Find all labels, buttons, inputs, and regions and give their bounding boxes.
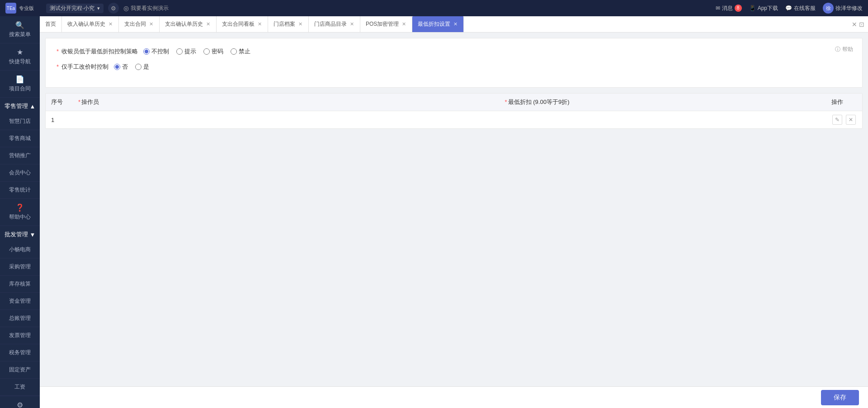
online-service-button[interactable]: 💬 在线客服 <box>785 5 816 12</box>
tab-close-icon[interactable]: ✕ <box>149 21 154 27</box>
message-badge: 8 <box>735 5 742 12</box>
sidebar-item-label: 资金管理 <box>9 297 31 305</box>
tab-close-icon[interactable]: ✕ <box>298 21 303 27</box>
policy-radio-no-control[interactable] <box>143 48 150 55</box>
project-selector[interactable]: 测试分开完程·小究 <box>46 4 104 13</box>
sidebar-item-member-center[interactable]: 会员中心 <box>0 164 40 182</box>
table-row: 1 ✎ ✕ <box>46 111 862 129</box>
tab-bar-actions: ✕ ⊡ <box>848 21 868 28</box>
manual-option-no[interactable]: 否 <box>114 63 128 71</box>
policy-radio-password[interactable] <box>203 48 210 55</box>
demo-icon: ◎ <box>123 5 129 12</box>
app-download-label: App下载 <box>758 5 778 12</box>
tab-label: 门店档案 <box>274 20 295 28</box>
help-center-icon: ❓ <box>15 203 24 212</box>
app-download-button[interactable]: 📱 App下载 <box>749 5 778 12</box>
sidebar-item-ledger-mgmt[interactable]: 总账管理 <box>0 310 40 327</box>
message-icon: ✉ <box>716 5 720 11</box>
tab-close-icon[interactable]: ✕ <box>108 21 113 27</box>
help-text: 帮助 <box>842 46 853 53</box>
tab-payment-contract[interactable]: 支出合同 ✕ <box>119 16 160 33</box>
tab-close-icon[interactable]: ✕ <box>349 21 354 27</box>
policy-option-no-control[interactable]: 不控制 <box>143 47 169 56</box>
sidebar-item-label: 智慧门店 <box>9 117 31 125</box>
tab-min-discount[interactable]: 最低折扣设置 ✕ <box>412 16 464 33</box>
tab-label: 支出合同看板 <box>222 20 255 28</box>
tab-home[interactable]: 首页 <box>40 16 62 33</box>
policy-option-forbid[interactable]: 禁止 <box>231 47 250 56</box>
retail-mgmt-arrow-icon: ▲ <box>30 103 36 110</box>
sidebar-item-salary[interactable]: 工资 <box>0 379 40 396</box>
tab-store-catalog[interactable]: 门店商品目录 ✕ <box>309 16 360 33</box>
sidebar-item-label: 零售商城 <box>9 135 31 142</box>
sidebar-item-help-center[interactable]: ❓ 帮助中心 <box>0 199 40 226</box>
content-area: 首页 收入确认单历史 ✕ 支出合同 ✕ 支出确认单历史 ✕ 支出合同看板 ✕ 门… <box>40 16 868 408</box>
tab-income-confirm[interactable]: 收入确认单历史 ✕ <box>62 16 119 33</box>
sidebar-item-label: 固定资产 <box>9 366 31 374</box>
policy-radio-prompt[interactable] <box>176 48 183 55</box>
sidebar-item-ecommerce[interactable]: 小畅电商 <box>0 241 40 258</box>
tab-close-icon[interactable]: ✕ <box>401 21 406 27</box>
sidebar-item-smart-store[interactable]: 智慧门店 <box>0 113 40 130</box>
policy-radio-forbid[interactable] <box>231 48 237 55</box>
sidebar-item-label: 会员中心 <box>9 169 31 177</box>
tab-close-all-icon[interactable]: ✕ <box>852 21 857 28</box>
tab-payment-confirm[interactable]: 支出确认单历史 ✕ <box>160 16 217 33</box>
help-button[interactable]: ⓘ 帮助 <box>835 46 853 53</box>
tab-close-icon[interactable]: ✕ <box>206 21 211 27</box>
sidebar-item-tax-mgmt[interactable]: 税务管理 <box>0 344 40 361</box>
online-service-icon: 💬 <box>785 5 792 11</box>
tab-store-file[interactable]: 门店档案 ✕ <box>268 16 309 33</box>
message-button[interactable]: ✉ 消息 8 <box>716 5 742 12</box>
sidebar-item-invoice-mgmt[interactable]: 发票管理 <box>0 327 40 344</box>
policy-option-password[interactable]: 密码 <box>203 47 223 56</box>
sidebar-item-label: 零售管理 <box>5 102 28 110</box>
edit-row-button[interactable]: ✎ <box>832 115 842 125</box>
main-layout: 🔍 搜索菜单 ★ 快捷导航 📄 项目合同 零售管理 ▲ 智慧门店 零售商城 营销… <box>0 16 868 408</box>
sidebar-item-wholesale-mgmt[interactable]: 批发管理 ▼ <box>0 226 40 241</box>
policy-option-prompt[interactable]: 提示 <box>176 47 196 56</box>
sidebar-item-label: 发票管理 <box>9 332 31 339</box>
manual-option-yes[interactable]: 是 <box>135 63 149 71</box>
save-button[interactable]: 保存 <box>821 390 859 405</box>
manual-radio-yes[interactable] <box>135 64 142 70</box>
tab-close-icon[interactable]: ✕ <box>453 21 458 27</box>
delete-row-button[interactable]: ✕ <box>846 115 856 125</box>
sidebar-item-inventory[interactable]: 库存核算 <box>0 276 40 293</box>
tab-label: 支出确认单历史 <box>165 20 203 28</box>
manual-radio-no[interactable] <box>114 64 120 70</box>
sidebar-item-fund-mgmt[interactable]: 资金管理 <box>0 293 40 310</box>
demo-text: 我要看实例演示 <box>131 5 169 12</box>
sidebar-item-retail-mgmt[interactable]: 零售管理 ▲ <box>0 98 40 113</box>
demo-button[interactable]: ◎ 我要看实例演示 <box>123 5 169 12</box>
tab-label: 收入确认单历史 <box>67 20 105 28</box>
sidebar-item-label: 零售统计 <box>9 186 31 194</box>
settings-button[interactable]: ⚙ <box>108 3 119 14</box>
sidebar-item-label: 搜索菜单 <box>9 31 31 38</box>
sidebar-item-fixed-assets[interactable]: 固定资产 <box>0 361 40 379</box>
sidebar-item-label: 项目合同 <box>9 85 31 93</box>
tab-expand-icon[interactable]: ⊡ <box>859 21 864 28</box>
tab-payment-board[interactable]: 支出合同看板 ✕ <box>217 16 268 33</box>
sidebar-item-quick-nav[interactable]: ★ 快捷导航 <box>0 43 40 70</box>
col-header-seq: 序号 <box>46 94 73 111</box>
user-button[interactable]: 徐 徐泽华修改 <box>823 3 863 14</box>
sidebar-item-label: 总账管理 <box>9 314 31 322</box>
sidebar-item-project-contract[interactable]: 📄 项目合同 <box>0 70 40 98</box>
tab-close-icon[interactable]: ✕ <box>257 21 262 27</box>
sidebar-item-label: 税务管理 <box>9 349 31 356</box>
sidebar-item-marketing[interactable]: 营销推广 <box>0 147 40 164</box>
policy-row: * 收银员低于最低折扣控制策略 不控制 提示 <box>57 47 851 56</box>
tab-pos-password[interactable]: POS加密管理 ✕ <box>360 16 412 33</box>
sidebar-item-retail-mall[interactable]: 零售商城 <box>0 130 40 147</box>
sidebar-item-retail-stats[interactable]: 零售统计 <box>0 182 40 199</box>
sidebar-settings-button[interactable]: ⚙ <box>0 396 40 408</box>
sidebar-item-purchase-mgmt[interactable]: 采购管理 <box>0 258 40 276</box>
app-edition: 专业版 <box>19 5 34 12</box>
col-header-min-discount: *最低折扣 (9.00等于9折) <box>500 94 826 111</box>
tab-label: 支出合同 <box>124 20 146 28</box>
top-bar: TEa 专业版 测试分开完程·小究 ⚙ ◎ 我要看实例演示 ✉ 消息 8 📱 A… <box>0 0 868 16</box>
sidebar-item-search[interactable]: 🔍 搜索菜单 <box>0 16 40 43</box>
app-logo: TEa 专业版 <box>5 3 42 14</box>
bottom-bar: 保存 <box>40 386 868 408</box>
